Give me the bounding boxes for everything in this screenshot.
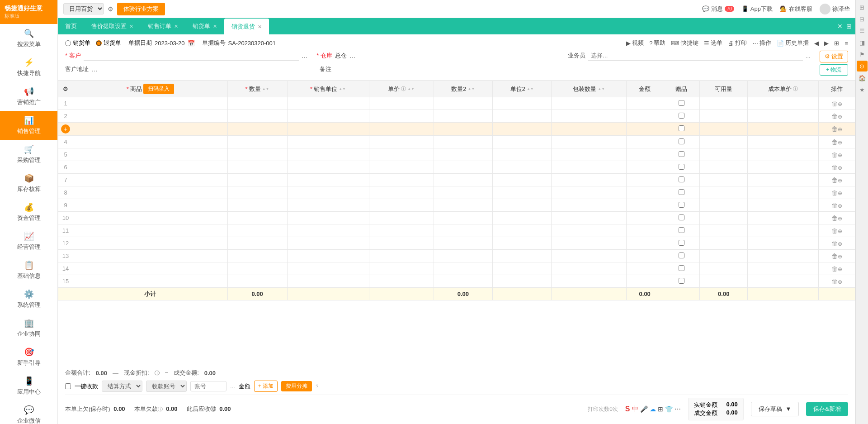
cell-data[interactable] (493, 199, 552, 212)
sidebar-item-enterprise[interactable]: 🏢 企业协同 (0, 314, 57, 343)
cell-product[interactable] (73, 262, 228, 275)
nav-prev-icon[interactable]: ◀ (814, 40, 819, 47)
cell-data[interactable] (369, 136, 434, 148)
cell-data[interactable] (227, 199, 287, 212)
account-picker-icon[interactable]: ... (230, 383, 235, 390)
gift-checkbox[interactable] (679, 265, 684, 271)
save-new-button[interactable]: 保存&新增 (806, 402, 848, 416)
tab-close-sales-return[interactable]: ✕ (258, 24, 262, 30)
view-grid-icon[interactable]: ≡ (844, 40, 848, 47)
cell-data[interactable] (700, 110, 748, 123)
tab-maximize-icon[interactable]: ⊞ (846, 23, 852, 30)
cell-data[interactable] (700, 174, 748, 186)
tab-sales-return[interactable]: 销货退货 ✕ (224, 19, 269, 35)
gift-checkbox[interactable] (679, 100, 684, 106)
rs-icon-4[interactable]: ◨ (857, 37, 868, 48)
cell-data[interactable] (227, 224, 287, 237)
cell-data[interactable] (227, 262, 287, 275)
cell-data[interactable] (700, 97, 748, 110)
draft-dropdown-icon[interactable]: ▼ (785, 405, 791, 412)
cell-data[interactable] (434, 275, 492, 288)
add-payment-button[interactable]: + 添加 (254, 381, 278, 392)
sidebar-item-search[interactable]: 🔍 搜索菜单 (0, 24, 57, 53)
tab-close-sales-order[interactable]: ✕ (174, 24, 178, 29)
cell-data[interactable] (748, 161, 819, 174)
cell-data[interactable] (369, 275, 434, 288)
rs-icon-6[interactable]: ⊙ (857, 61, 868, 71)
cell-data[interactable] (434, 186, 492, 199)
cell-data[interactable] (627, 250, 663, 262)
account-input[interactable] (190, 381, 226, 391)
cell-data[interactable] (748, 262, 819, 275)
view-list-icon[interactable]: ⊞ (834, 40, 839, 47)
history-btn[interactable]: 📄 历史单据 (777, 39, 809, 47)
cell-data[interactable] (748, 136, 819, 148)
cell-product[interactable] (73, 174, 228, 186)
cell-data[interactable] (552, 110, 627, 123)
rs-icon-8[interactable]: ★ (857, 84, 868, 95)
delete-row-button[interactable]: 🗑 (831, 278, 838, 285)
cell-data[interactable] (287, 224, 369, 237)
cell-data[interactable] (493, 97, 552, 110)
cell-data[interactable] (748, 250, 819, 262)
cell-data[interactable] (627, 237, 663, 250)
cell-gift[interactable] (663, 174, 700, 186)
cell-data[interactable] (227, 148, 287, 161)
cell-data[interactable] (627, 224, 663, 237)
cell-data[interactable] (627, 186, 663, 199)
sidebar-item-wechat[interactable]: 💬 企业微信 (0, 400, 57, 424)
logistics-button[interactable]: + 物流 (820, 64, 848, 76)
cell-data[interactable] (287, 136, 369, 148)
cell-data[interactable] (552, 123, 627, 136)
cell-data[interactable] (493, 161, 552, 174)
cell-data[interactable] (369, 250, 434, 262)
cell-data[interactable] (369, 237, 434, 250)
cell-product[interactable] (73, 136, 228, 148)
cell-data[interactable] (434, 174, 492, 186)
cell-data[interactable] (227, 186, 287, 199)
operate-btn[interactable]: ⋯ 操作 (752, 39, 771, 47)
cell-data[interactable] (434, 224, 492, 237)
cell-data[interactable] (434, 161, 492, 174)
select-btn[interactable]: ☰ 选单 (704, 39, 722, 47)
cell-data[interactable] (493, 237, 552, 250)
cell-data[interactable] (434, 123, 492, 136)
cell-gift[interactable] (663, 161, 700, 174)
cell-data[interactable] (287, 275, 369, 288)
gift-checkbox[interactable] (679, 164, 684, 170)
sidebar-item-shortcut[interactable]: ⚡ 快捷导航 (0, 53, 57, 82)
cell-data[interactable] (287, 199, 369, 212)
cell-data[interactable] (748, 97, 819, 110)
cell-data[interactable] (748, 148, 819, 161)
cell-data[interactable] (552, 262, 627, 275)
cell-data[interactable] (434, 262, 492, 275)
cell-data[interactable] (369, 174, 434, 186)
app-download-button[interactable]: 📱 App下载 (741, 5, 773, 13)
delete-row-button[interactable]: 🗑 (831, 164, 838, 171)
tab-close-price-setting[interactable]: ✕ (129, 24, 133, 29)
cell-data[interactable] (748, 110, 819, 123)
save-draft-button[interactable]: 保存草稿 ▼ (751, 402, 799, 416)
cell-data[interactable] (434, 237, 492, 250)
gift-checkbox[interactable] (679, 176, 684, 182)
cell-data[interactable] (227, 250, 287, 262)
cell-data[interactable] (627, 174, 663, 186)
cell-data[interactable] (700, 250, 748, 262)
nav-next-icon[interactable]: ▶ (824, 40, 829, 47)
cell-data[interactable] (227, 174, 287, 186)
cell-data[interactable] (552, 97, 627, 110)
cell-data[interactable] (227, 123, 287, 136)
th-settings[interactable]: ⚙ (58, 81, 73, 97)
delete-row-button[interactable]: 🗑 (831, 113, 838, 120)
cell-data[interactable] (369, 110, 434, 123)
radio-return[interactable]: 退货单 (96, 39, 121, 47)
cell-data[interactable] (700, 186, 748, 199)
split-button[interactable]: 费用分摊 (281, 381, 312, 391)
cell-data[interactable] (552, 199, 627, 212)
calendar-icon[interactable]: 📅 (188, 40, 195, 47)
video-btn[interactable]: ▶ 视频 (626, 39, 644, 47)
cell-data[interactable] (552, 136, 627, 148)
cell-data[interactable] (700, 161, 748, 174)
cell-data[interactable] (493, 136, 552, 148)
cell-gift[interactable] (663, 262, 700, 275)
